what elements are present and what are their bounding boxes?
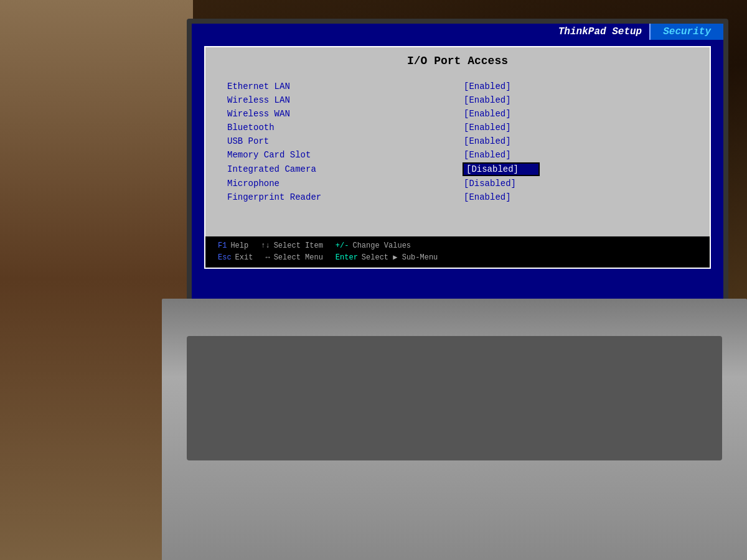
setting-name: Wireless LAN [227, 95, 352, 105]
setting-name: Integrated Camera [227, 164, 352, 174]
laptop-screen: ThinkPad Setup Security I/O Port Access … [187, 19, 728, 324]
enter-action: Select ▶ Sub-Menu [362, 252, 438, 264]
arrows-updown: ↑↓ [261, 240, 270, 252]
setting-name: USB Port [227, 136, 352, 146]
setting-value[interactable]: [Enabled] [464, 150, 538, 160]
setting-name: Microphone [227, 179, 352, 189]
setting-value[interactable]: [Disabled] [464, 164, 538, 175]
setting-value[interactable]: [Enabled] [464, 136, 538, 146]
setting-value[interactable]: [Enabled] [464, 109, 538, 119]
setting-name: Memory Card Slot [227, 150, 352, 160]
setting-row[interactable]: Fingerprint Reader[Enabled] [227, 190, 538, 204]
esc-action: Exit [235, 252, 253, 264]
enter-help: Enter Select ▶ Sub-Menu [336, 252, 438, 264]
change-values-label: Change Values [352, 240, 411, 252]
f1-key: F1 [218, 240, 227, 252]
setting-value[interactable]: [Enabled] [464, 95, 538, 105]
arrows-lr-help: ↔ Select Menu [265, 252, 322, 264]
keyboard-area [187, 336, 722, 460]
setting-name: Wireless WAN [227, 109, 352, 119]
top-bar: ThinkPad Setup Security [192, 24, 723, 40]
arrows-updown-help: ↑↓ Select Item [261, 240, 323, 252]
f1-help: F1 Help [218, 240, 248, 252]
security-tab[interactable]: Security [649, 24, 723, 40]
setting-row[interactable]: Wireless WAN[Enabled] [227, 107, 538, 121]
setting-row[interactable]: Memory Card Slot[Enabled] [227, 148, 538, 162]
esc-key: Esc [218, 252, 232, 264]
page-title: I/O Port Access [205, 47, 710, 75]
help-bar: F1 Help ↑↓ Select Item +/- Change Values [205, 236, 710, 268]
setting-value[interactable]: [Enabled] [464, 192, 538, 202]
setting-row[interactable]: Integrated Camera[Disabled] [227, 162, 538, 177]
setting-name: Bluetooth [227, 123, 352, 133]
main-content: I/O Port Access Ethernet LAN[Enabled]Wir… [204, 46, 711, 269]
arrows-leftright: ↔ [265, 252, 270, 264]
setting-row[interactable]: Microphone[Disabled] [227, 177, 538, 190]
enter-key: Enter [336, 252, 358, 264]
settings-area: Ethernet LAN[Enabled]Wireless LAN[Enable… [205, 75, 710, 209]
bios-screen: ThinkPad Setup Security I/O Port Access … [192, 24, 723, 319]
help-bar-row2: Esc Exit ↔ Select Menu Enter Select ▶ Su… [218, 252, 697, 264]
select-item-label: Select Item [274, 240, 323, 252]
laptop-base [162, 299, 747, 560]
scene: ThinkPad Setup Security I/O Port Access … [0, 0, 747, 560]
plusminus-key: +/- [336, 240, 349, 252]
setting-name: Fingerprint Reader [227, 192, 352, 202]
setting-row[interactable]: Wireless LAN[Enabled] [227, 93, 538, 107]
thinkpad-title: ThinkPad Setup [551, 24, 649, 40]
help-bar-row1: F1 Help ↑↓ Select Item +/- Change Values [218, 240, 697, 252]
setting-name: Ethernet LAN [227, 82, 352, 91]
setting-row[interactable]: Bluetooth[Enabled] [227, 121, 538, 134]
select-menu-label: Select Menu [274, 252, 323, 264]
setting-value[interactable]: [Enabled] [464, 123, 538, 133]
f1-action: Help [230, 240, 248, 252]
setting-row[interactable]: Ethernet LAN[Enabled] [227, 80, 538, 93]
setting-row[interactable]: USB Port[Enabled] [227, 134, 538, 148]
esc-help: Esc Exit [218, 252, 253, 264]
setting-value[interactable]: [Enabled] [464, 82, 538, 91]
setting-value[interactable]: [Disabled] [464, 179, 538, 189]
plusminus-help: +/- Change Values [336, 240, 411, 252]
